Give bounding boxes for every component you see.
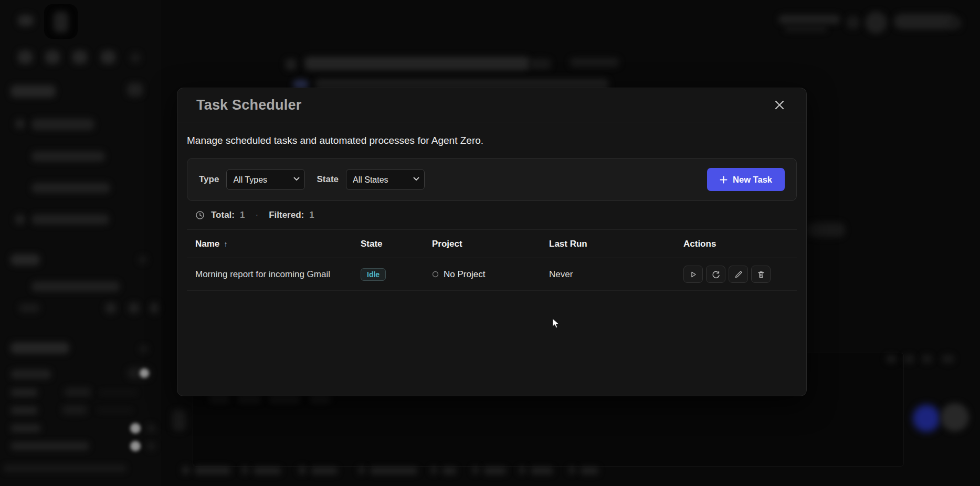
close-icon <box>774 99 785 111</box>
status-badge: Idle <box>361 268 386 281</box>
plus-icon <box>720 176 728 184</box>
column-header-last-run[interactable]: Last Run <box>549 239 683 249</box>
column-header-state[interactable]: State <box>361 239 432 249</box>
table-row[interactable]: Morning report for incoming Gmail Idle N… <box>187 258 797 291</box>
task-last-run: Never <box>549 269 683 280</box>
column-header-project[interactable]: Project <box>432 239 549 249</box>
task-project: No Project <box>444 269 485 280</box>
play-icon <box>689 270 698 279</box>
task-actions <box>683 266 788 283</box>
modal-description: Manage scheduled tasks and automated pro… <box>187 135 797 146</box>
filter-panel: Type All Types State All States <box>187 158 797 201</box>
edit-task-button[interactable] <box>729 266 748 283</box>
type-filter: All Types <box>226 169 305 190</box>
delete-task-button[interactable] <box>751 266 771 283</box>
state-filter-label: State <box>317 174 339 185</box>
stats-row: Total: 1 · Filtered: 1 <box>187 201 797 230</box>
type-filter-label: Type <box>199 174 219 185</box>
stats-separator: · <box>255 210 258 220</box>
new-task-button[interactable]: New Task <box>707 168 785 191</box>
column-header-name[interactable]: Name↑ <box>195 239 361 249</box>
task-state-cell: Idle <box>361 268 432 281</box>
project-circle-icon <box>432 271 439 278</box>
sort-ascending-icon: ↑ <box>224 239 228 248</box>
task-project-cell: No Project <box>432 269 549 280</box>
modal-close-button[interactable] <box>772 97 787 113</box>
total-label: Total: <box>211 210 235 220</box>
run-task-button[interactable] <box>683 266 703 283</box>
total-value: 1 <box>240 210 245 220</box>
new-task-label: New Task <box>733 175 772 185</box>
state-filter-select[interactable]: All States <box>346 169 425 190</box>
task-scheduler-modal: Task Scheduler Manage scheduled tasks an… <box>177 88 807 396</box>
clock-icon <box>195 210 205 220</box>
modal-title: Task Scheduler <box>196 97 301 113</box>
state-filter: All States <box>346 169 425 190</box>
app-screen: Task Scheduler Manage scheduled tasks an… <box>0 0 980 486</box>
task-name: Morning report for incoming Gmail <box>195 269 361 280</box>
type-filter-select[interactable]: All Types <box>226 169 305 190</box>
table-header-row: Name↑ State Project Last Run Actions <box>187 230 797 258</box>
column-header-actions: Actions <box>683 239 788 249</box>
trash-icon <box>757 270 765 279</box>
filtered-value: 1 <box>309 210 314 220</box>
pencil-icon <box>734 270 743 279</box>
filtered-label: Filtered: <box>269 210 304 220</box>
reload-task-button[interactable] <box>706 266 725 283</box>
modal-header: Task Scheduler <box>177 88 806 122</box>
refresh-icon <box>712 270 720 279</box>
